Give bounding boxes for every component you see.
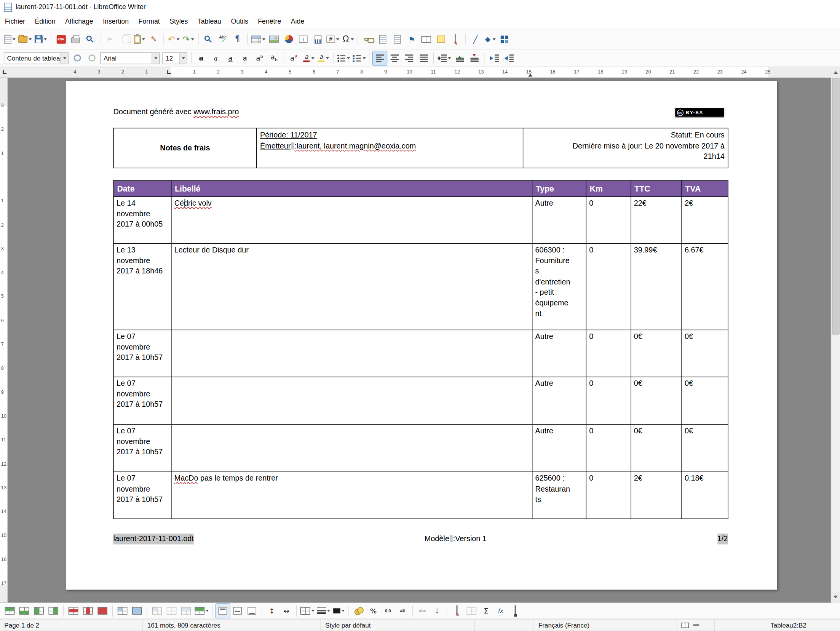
italic-button[interactable]: a bbox=[209, 51, 223, 65]
cell-date[interactable]: Le 07 novembre 2017 à 10h57 bbox=[113, 424, 171, 472]
line-spacing-button[interactable] bbox=[436, 51, 452, 65]
split-table-button[interactable] bbox=[179, 604, 193, 618]
column-header-libelle[interactable]: Libellé bbox=[171, 181, 532, 197]
font-size-combo[interactable]: 12 bbox=[162, 52, 187, 64]
insert-column-left-button[interactable] bbox=[32, 604, 46, 618]
cell-km[interactable]: 0 bbox=[586, 472, 631, 519]
menu-edition[interactable]: Édition bbox=[30, 15, 61, 28]
cell-libelle[interactable]: Cédric volv bbox=[171, 196, 532, 243]
cell-libelle[interactable]: MacDo pas le temps de rentrer bbox=[171, 472, 532, 519]
increase-indent-button[interactable] bbox=[487, 51, 501, 65]
cell-tva[interactable]: 0€ bbox=[682, 424, 728, 472]
increase-paragraph-spacing-button[interactable] bbox=[453, 51, 467, 65]
cell-km[interactable]: 0 bbox=[586, 330, 631, 377]
print-preview-button[interactable] bbox=[83, 32, 97, 46]
insert-field-button[interactable]: # bbox=[325, 32, 340, 46]
cell-ttc[interactable]: 0€ bbox=[631, 377, 682, 425]
insert-column-right-button[interactable] bbox=[46, 604, 61, 618]
status-view-icons[interactable] bbox=[677, 620, 715, 631]
vertical-ruler[interactable]: 3211234567891011121314151617 bbox=[0, 78, 8, 603]
cell-libelle[interactable]: Lecteur de Disque dur bbox=[171, 244, 532, 330]
align-left-button[interactable] bbox=[373, 51, 387, 65]
cell-libelle[interactable] bbox=[171, 424, 532, 472]
font-name-dropdown[interactable] bbox=[152, 53, 159, 63]
column-header-date[interactable]: Date bbox=[113, 181, 171, 197]
cell-tva[interactable]: 2€ bbox=[682, 196, 728, 243]
insert-textbox-button[interactable]: T bbox=[296, 32, 310, 46]
split-cells-button[interactable] bbox=[164, 604, 179, 618]
status-update-cell[interactable]: Statut: En cours Dernière mise à jour: L… bbox=[523, 128, 728, 168]
insert-page-break-button[interactable] bbox=[311, 32, 325, 46]
underline-button[interactable]: a bbox=[224, 51, 238, 65]
menu-aide[interactable]: Aide bbox=[286, 15, 309, 28]
cell-tva[interactable]: 0.18€ bbox=[682, 472, 728, 519]
update-style-button[interactable] bbox=[70, 51, 84, 65]
insert-row-above-button[interactable] bbox=[3, 604, 17, 618]
basic-shapes-button[interactable]: ◆ bbox=[483, 32, 497, 46]
insert-caption-button[interactable]: abc bbox=[415, 604, 430, 618]
font-color-button[interactable]: a bbox=[302, 51, 316, 65]
cell-ttc[interactable]: 0€ bbox=[631, 330, 682, 377]
number-format-decimal-button[interactable]: 0.0 bbox=[381, 604, 395, 618]
print-button[interactable] bbox=[69, 32, 83, 46]
strikethrough-button[interactable]: a bbox=[238, 51, 252, 65]
cell-type[interactable]: Autre bbox=[532, 424, 586, 472]
status-word-count[interactable]: 161 mots, 809 caractères bbox=[143, 620, 321, 631]
scroll-up-button[interactable] bbox=[831, 67, 840, 78]
select-cell-button[interactable] bbox=[115, 604, 129, 618]
insert-line-button[interactable]: ╱ bbox=[468, 32, 482, 46]
vertical-scrollbar[interactable] bbox=[831, 67, 840, 603]
row-height-button[interactable]: ↕ bbox=[265, 604, 279, 618]
decrease-paragraph-spacing-button[interactable] bbox=[467, 51, 481, 65]
decrease-indent-button[interactable] bbox=[502, 51, 516, 65]
redo-button[interactable]: ↷ bbox=[181, 32, 195, 46]
column-width-button[interactable]: ↔ bbox=[279, 604, 294, 618]
column-header-tva[interactable]: TVA bbox=[682, 181, 728, 197]
document-canvas[interactable]: Document généré avec www.frais.pro cc BY… bbox=[8, 78, 831, 603]
report-title-cell[interactable]: Notes de frais bbox=[113, 128, 256, 168]
insert-chart-button[interactable] bbox=[282, 32, 296, 46]
column-header-type[interactable]: Type bbox=[532, 181, 586, 197]
cell-tva[interactable]: 0€ bbox=[682, 330, 728, 377]
border-color-button[interactable] bbox=[332, 604, 346, 618]
bold-button[interactable]: a bbox=[194, 51, 208, 65]
select-table-button[interactable] bbox=[130, 604, 144, 618]
paste-button[interactable] bbox=[132, 32, 146, 46]
status-cell-reference[interactable]: Tableau2:B2 bbox=[766, 620, 840, 631]
clear-formatting-button[interactable]: a✗ bbox=[287, 51, 301, 65]
status-page-style[interactable]: Style par défaut bbox=[321, 620, 475, 631]
paragraph-style-combo[interactable]: Contenu de tableau bbox=[4, 52, 69, 64]
table-design-button[interactable]: ✎ bbox=[450, 604, 464, 618]
menu-affichage[interactable]: Affichage bbox=[60, 15, 98, 28]
insert-comment-button[interactable] bbox=[434, 32, 448, 46]
tab-stop-marker[interactable] bbox=[167, 70, 171, 74]
insert-endnote-button[interactable] bbox=[390, 32, 404, 46]
clone-formatting-button[interactable]: ✎ bbox=[147, 32, 161, 46]
menu-outils[interactable]: Outils bbox=[226, 15, 253, 28]
cell-type[interactable]: Autre bbox=[532, 196, 586, 243]
merge-cells-button[interactable] bbox=[150, 604, 164, 618]
cell-tva[interactable]: 0€ bbox=[682, 377, 728, 425]
paragraph-style-dropdown[interactable] bbox=[61, 53, 68, 63]
sort-button[interactable]: ↓ bbox=[430, 604, 444, 618]
cell-ttc[interactable]: 22€ bbox=[631, 196, 682, 243]
new-document-button[interactable] bbox=[3, 32, 17, 46]
menu-fenetre[interactable]: Fenêtre bbox=[253, 15, 286, 28]
bullet-list-button[interactable] bbox=[336, 51, 351, 65]
insert-special-character-button[interactable]: Ω bbox=[341, 32, 355, 46]
document-page[interactable]: Document généré avec www.frais.pro cc BY… bbox=[66, 81, 777, 590]
scroll-down-button[interactable] bbox=[831, 592, 840, 602]
cell-type[interactable]: 625600 : Restaurants bbox=[532, 472, 586, 519]
new-style-button[interactable] bbox=[85, 51, 99, 65]
font-size-dropdown[interactable] bbox=[179, 53, 187, 63]
align-center-button[interactable] bbox=[387, 51, 401, 65]
save-button[interactable] bbox=[34, 32, 48, 46]
cell-km[interactable]: 0 bbox=[586, 196, 631, 243]
protect-cells-button[interactable] bbox=[465, 604, 479, 618]
insert-table-button[interactable] bbox=[250, 32, 267, 46]
autoformat-styles-button[interactable] bbox=[194, 604, 210, 618]
number-format-button[interactable]: ## bbox=[396, 604, 410, 618]
insert-cross-reference-button[interactable] bbox=[419, 32, 433, 46]
cell-ttc[interactable]: 2€ bbox=[631, 472, 682, 519]
copy-button[interactable] bbox=[118, 32, 132, 46]
